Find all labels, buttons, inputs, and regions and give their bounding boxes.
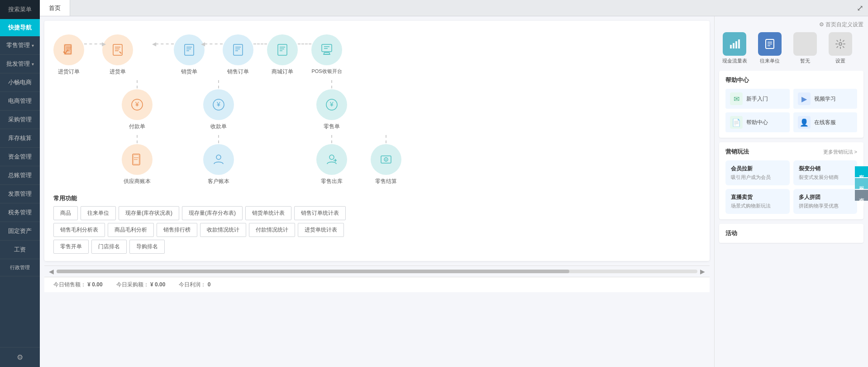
float-btn-service[interactable]: 客服热线 (855, 166, 868, 177)
settings-icon[interactable]: ⚙ (0, 347, 40, 367)
flow-node-sales[interactable]: 销货单 (174, 34, 205, 76)
flow-node-mall-order[interactable]: 商城订单 (267, 34, 298, 76)
help-item-beginner[interactable]: ✉ 新手入门 (725, 89, 790, 109)
svg-point-50 (839, 43, 842, 45)
marketing-item-group[interactable]: 多人拼团 拼团购物享受优惠 (793, 189, 858, 214)
scroll-thumb[interactable] (57, 270, 569, 273)
sidebar-item-tax[interactable]: 税务管理 (0, 203, 40, 222)
quick-icon-settings[interactable]: 设置 (825, 32, 856, 64)
btn-sale-stat[interactable]: 销货单统计表 (245, 206, 291, 220)
chevron-icon: ▾ (32, 62, 34, 67)
help-item-help[interactable]: 📄 帮助中心 (725, 112, 790, 132)
scroll-track[interactable] (57, 270, 697, 273)
quick-icon-label: 暂无 (800, 58, 810, 64)
sidebar-item-wholesale[interactable]: 批发管理 ▾ (0, 55, 40, 73)
payment-icon[interactable]: ¥ (122, 89, 153, 120)
receipt-icon[interactable]: ¥ (203, 89, 234, 120)
btn-store-rank[interactable]: 门店排名 (91, 240, 127, 254)
expand-icon[interactable]: ⤢ (857, 3, 868, 13)
btn-stock1[interactable]: 现存量(库存状况表) (119, 206, 179, 220)
sales-icon (174, 34, 205, 65)
flow-node-purchase-order[interactable]: 进货订单 (53, 34, 84, 76)
btn-sale-order-stat[interactable]: 销售订单统计表 (294, 206, 346, 220)
retail-outbound-icon[interactable] (316, 144, 347, 175)
scroll-left-btn[interactable]: ◀ (49, 268, 54, 275)
quick-icon-empty: 暂无 (790, 32, 820, 64)
sidebar-item-assets[interactable]: 固定资产 (0, 222, 40, 241)
flow-label: 商城订单 (272, 68, 293, 76)
help-grid: ✉ 新手入门 ▶ 视频学习 📄 帮助中心 👤 在线客服 (725, 89, 857, 132)
person-icon: 👤 (798, 116, 811, 129)
sale-order-icon (223, 34, 253, 65)
quick-icon-cashflow[interactable]: 现金流量表 (719, 32, 750, 64)
sidebar-item-payroll[interactable]: 工资 (0, 241, 40, 259)
play-icon: ▶ (798, 92, 811, 105)
flow-label: 销售订单 (227, 68, 249, 76)
common-buttons-row1: 商品 往来单位 现存量(库存状况表) 现存量(库存分布表) 销货单统计表 销售订… (53, 206, 701, 220)
btn-purchase-stat[interactable]: 进货单统计表 (298, 223, 344, 237)
btn-payment-stat[interactable]: 付款情况统计 (249, 223, 295, 237)
horizontal-scrollbar: ◀ ▶ (44, 266, 710, 277)
scroll-right-btn[interactable]: ▶ (700, 268, 705, 275)
marketing-more-btn[interactable]: 更多营销玩法 > (823, 149, 857, 155)
stat-purchase-label: 今日采购额： (116, 281, 149, 288)
svg-rect-9 (185, 44, 194, 55)
btn-sale-rank[interactable]: 销售排行榜 (157, 223, 197, 237)
flow-label: 进货单 (110, 68, 126, 76)
sidebar-item-invoice[interactable]: 发票管理 (0, 185, 40, 203)
marketing-item-member[interactable]: 会员拉新 吸引用户成为会员 (725, 160, 790, 185)
marketing-item-fission[interactable]: 裂变分销 裂变式发展分销商 (793, 160, 858, 185)
sidebar-item-inventory[interactable]: 库存核算 (0, 129, 40, 148)
float-btn-desktop[interactable]: 桌面快捷 (855, 190, 868, 201)
supplier-account-icon[interactable] (122, 144, 153, 175)
stat-profit-value: 0 (208, 281, 211, 288)
btn-retail-order[interactable]: 零售开单 (53, 240, 89, 254)
stat-sales-value: ¥ 0.00 (87, 281, 102, 288)
flow-label: POS收银开台 (311, 68, 342, 75)
flow-node-purchase[interactable]: 进货单 (102, 34, 133, 76)
btn-sale-profit[interactable]: 销售毛利分析表 (53, 223, 105, 237)
sidebar-quicknav[interactable]: 快捷导航 (0, 19, 40, 36)
sidebar-item-finance[interactable]: 资金管理 (0, 148, 40, 166)
home-customize-btn[interactable]: ⚙ 首页自定义设置 (719, 21, 863, 29)
btn-receipt-stat[interactable]: 收款情况统计 (200, 223, 246, 237)
retail-settlement-icon[interactable]: ¥ (371, 144, 401, 175)
sidebar-item-ecommerce[interactable]: 小畅电商 (0, 73, 40, 92)
sidebar-item-purchase[interactable]: 采购管理 (0, 111, 40, 129)
btn-goods-profit[interactable]: 商品毛利分析 (108, 223, 154, 237)
retail-order-icon[interactable]: ¥ (316, 89, 347, 120)
flow-node-sale-order[interactable]: 销售订单 (223, 34, 253, 76)
marketing-item-live[interactable]: 直播卖货 场景式购物新玩法 (725, 189, 790, 214)
flow-label: 付款单 (129, 123, 145, 130)
quick-icon-contacts[interactable]: 往来单位 (754, 32, 785, 64)
sidebar-item-admin[interactable]: 行政管理 (0, 259, 40, 276)
svg-rect-44 (735, 41, 737, 48)
help-item-online[interactable]: 👤 在线客服 (793, 112, 858, 132)
sidebar-item-label: 批发管理 (6, 60, 30, 68)
btn-guide-rank[interactable]: 导购排名 (129, 240, 165, 254)
tab-bar: 首页 ⤢ (40, 0, 868, 16)
flow-label: 销货单 (181, 68, 197, 76)
btn-goods[interactable]: 商品 (53, 206, 78, 220)
activity-card: 活动 (719, 224, 863, 243)
marketing-card: 营销玩法 更多营销玩法 > 会员拉新 吸引用户成为会员 裂变分销 裂变式发展分销… (719, 142, 863, 219)
stat-profit-label: 今日利润： (179, 281, 206, 288)
help-item-video[interactable]: ▶ 视频学习 (793, 89, 858, 109)
customer-account-icon[interactable] (203, 144, 234, 175)
flow-card: 进货订单 ▶ (44, 21, 710, 261)
sidebar-search[interactable]: 搜索菜单 (0, 0, 40, 19)
stat-sales-label: 今日销售额： (53, 281, 86, 288)
float-buttons: 客服热线 服务社区 桌面快捷 (855, 166, 868, 201)
svg-rect-45 (738, 39, 740, 48)
float-btn-community[interactable]: 服务社区 (855, 178, 868, 189)
sidebar-item-retail[interactable]: 零售管理 ▾ (0, 36, 40, 55)
marketing-item-desc: 拼团购物享受优惠 (799, 203, 852, 209)
empty-icon (793, 32, 817, 56)
btn-contacts[interactable]: 往来单位 (81, 206, 116, 220)
flow-label: 供应商账本 (124, 178, 151, 185)
btn-stock2[interactable]: 现存量(库存分布表) (182, 206, 243, 220)
flow-node-pos[interactable]: POS收银开台 (311, 34, 342, 75)
sidebar-item-ledger[interactable]: 总账管理 (0, 166, 40, 185)
sidebar-item-ecommerce-mgmt[interactable]: 电商管理 (0, 92, 40, 111)
tab-home[interactable]: 首页 (40, 0, 70, 16)
